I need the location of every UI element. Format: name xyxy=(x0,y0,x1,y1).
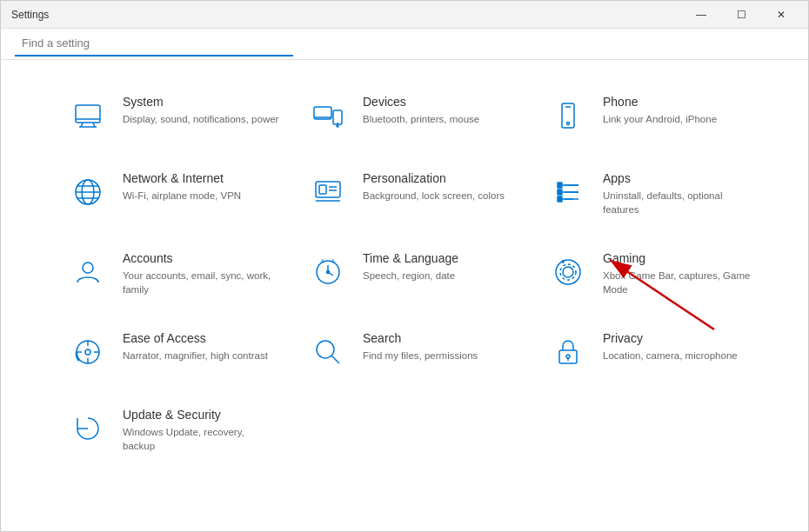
svg-point-12 xyxy=(567,123,570,125)
setting-item-personalization[interactable]: PersonalizationBackground, lock screen, … xyxy=(293,154,533,234)
time-desc: Speech, region, date xyxy=(363,269,519,283)
phone-title: Phone xyxy=(603,95,759,109)
setting-item-update[interactable]: Update & SecurityWindows Update, recover… xyxy=(53,390,293,470)
svg-rect-19 xyxy=(319,185,326,194)
maximize-button[interactable]: ☐ xyxy=(721,1,761,29)
system-text: SystemDisplay, sound, notifications, pow… xyxy=(123,95,279,126)
devices-title: Devices xyxy=(363,95,519,109)
network-icon xyxy=(67,171,109,213)
apps-icon xyxy=(547,171,589,213)
search-text: SearchFind my files, permissions xyxy=(363,331,519,362)
ease-title: Ease of Access xyxy=(123,331,279,345)
personalization-icon xyxy=(307,171,349,213)
minimize-button[interactable]: — xyxy=(681,1,721,29)
setting-item-apps[interactable]: AppsUninstall, defaults, optional featur… xyxy=(533,154,773,234)
svg-rect-27 xyxy=(558,183,562,188)
svg-point-37 xyxy=(327,271,330,274)
search-icon xyxy=(307,331,349,373)
update-desc: Windows Update, recovery, backup xyxy=(123,425,279,453)
svg-rect-29 xyxy=(558,196,562,202)
setting-item-privacy[interactable]: PrivacyLocation, camera, microphone xyxy=(533,314,773,390)
update-icon xyxy=(67,408,109,449)
svg-point-54 xyxy=(566,355,570,358)
svg-rect-0 xyxy=(76,105,100,123)
setting-item-ease[interactable]: Ease of AccessNarrator, magnifier, high … xyxy=(53,314,293,390)
settings-window: Settings — ☐ ✕ SystemDisplay, sound, not… xyxy=(0,0,809,532)
phone-icon xyxy=(547,95,589,136)
privacy-text: PrivacyLocation, camera, microphone xyxy=(603,331,759,362)
gaming-icon xyxy=(547,251,589,293)
svg-point-33 xyxy=(83,263,93,273)
settings-content: SystemDisplay, sound, notifications, pow… xyxy=(1,60,808,531)
update-title: Update & Security xyxy=(123,408,279,422)
svg-rect-53 xyxy=(559,350,577,363)
setting-item-search[interactable]: SearchFind my files, permissions xyxy=(293,314,533,390)
devices-desc: Bluetooth, printers, mouse xyxy=(363,112,519,126)
time-icon: A A xyxy=(307,251,349,293)
privacy-icon xyxy=(547,331,589,373)
network-text: Network & InternetWi-Fi, airplane mode, … xyxy=(123,171,279,203)
svg-point-46 xyxy=(85,349,90,355)
apps-desc: Uninstall, defaults, optional features xyxy=(603,189,759,216)
svg-point-41 xyxy=(563,267,573,277)
phone-desc: Link your Android, iPhone xyxy=(603,112,759,126)
ease-text: Ease of AccessNarrator, magnifier, high … xyxy=(123,331,279,362)
accounts-desc: Your accounts, email, sync, work, family xyxy=(123,269,279,296)
accounts-text: AccountsYour accounts, email, sync, work… xyxy=(123,251,279,296)
update-text: Update & SecurityWindows Update, recover… xyxy=(123,408,279,453)
titlebar: Settings — ☐ ✕ xyxy=(1,1,808,29)
system-desc: Display, sound, notifications, power xyxy=(123,112,279,126)
search-title: Search xyxy=(363,331,519,345)
setting-item-phone[interactable]: PhoneLink your Android, iPhone xyxy=(533,77,773,154)
personalization-title: Personalization xyxy=(363,171,519,185)
search-desc: Find my files, permissions xyxy=(363,349,519,362)
accounts-title: Accounts xyxy=(123,251,279,265)
personalization-desc: Background, lock screen, colors xyxy=(363,189,519,203)
phone-text: PhoneLink your Android, iPhone xyxy=(603,95,759,126)
setting-item-time[interactable]: A A Time & LanguageSpeech, region, date xyxy=(293,234,533,314)
svg-rect-6 xyxy=(333,110,342,124)
setting-item-accounts[interactable]: AccountsYour accounts, email, sync, work… xyxy=(53,234,293,314)
window-title: Settings xyxy=(11,9,49,21)
privacy-desc: Location, camera, microphone xyxy=(603,349,759,362)
personalization-text: PersonalizationBackground, lock screen, … xyxy=(363,171,519,203)
devices-text: DevicesBluetooth, printers, mouse xyxy=(363,95,519,126)
setting-item-network[interactable]: Network & InternetWi-Fi, airplane mode, … xyxy=(53,154,293,234)
svg-line-52 xyxy=(331,356,339,363)
svg-text:A: A xyxy=(331,258,335,263)
gaming-desc: Xbox Game Bar, captures, Game Mode xyxy=(603,269,759,296)
time-text: Time & LanguageSpeech, region, date xyxy=(363,251,519,283)
window-controls: — ☐ ✕ xyxy=(681,1,801,29)
svg-rect-28 xyxy=(558,190,562,195)
apps-text: AppsUninstall, defaults, optional featur… xyxy=(603,171,759,216)
svg-text:A: A xyxy=(321,258,324,263)
gaming-title: Gaming xyxy=(603,251,759,265)
setting-item-system[interactable]: SystemDisplay, sound, notifications, pow… xyxy=(53,77,293,154)
gaming-text: GamingXbox Game Bar, captures, Game Mode xyxy=(603,251,759,296)
setting-item-gaming[interactable]: GamingXbox Game Bar, captures, Game Mode xyxy=(533,234,773,314)
settings-grid: SystemDisplay, sound, notifications, pow… xyxy=(53,77,773,471)
accounts-icon xyxy=(67,251,109,293)
ease-icon xyxy=(67,331,109,373)
time-title: Time & Language xyxy=(363,251,519,265)
system-icon xyxy=(67,95,109,136)
search-bar xyxy=(1,29,808,60)
system-title: System xyxy=(123,95,279,109)
setting-item-devices[interactable]: DevicesBluetooth, printers, mouse xyxy=(293,77,533,154)
ease-desc: Narrator, magnifier, high contrast xyxy=(123,349,279,362)
devices-icon xyxy=(307,95,349,136)
svg-point-9 xyxy=(337,125,338,127)
apps-title: Apps xyxy=(603,171,759,185)
network-desc: Wi-Fi, airplane mode, VPN xyxy=(123,189,279,203)
close-button[interactable]: ✕ xyxy=(761,1,801,29)
privacy-title: Privacy xyxy=(603,331,759,345)
network-title: Network & Internet xyxy=(123,171,279,185)
svg-point-40 xyxy=(556,260,580,284)
search-input[interactable] xyxy=(15,32,293,57)
